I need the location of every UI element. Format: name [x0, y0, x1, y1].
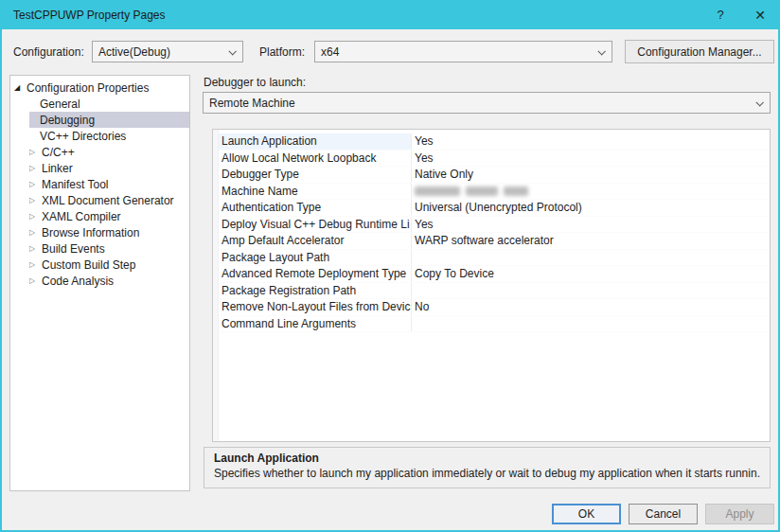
property-row-allow-local-network-loopback[interactable]: Allow Local Network LoopbackYes	[219, 151, 770, 168]
description-panel: Launch Application Specifies whether to …	[204, 447, 771, 488]
property-row-package-registration-path[interactable]: Package Registration Path	[219, 283, 770, 300]
collapsed-arrow-icon[interactable]: ▷	[29, 228, 42, 237]
configuration-dropdown[interactable]: Active(Debug)	[92, 41, 243, 62]
property-value[interactable]: WARP software accelerator	[412, 233, 770, 249]
property-value[interactable]: Universal (Unencrypted Protocol)	[412, 200, 770, 216]
tree-item-configuration-properties[interactable]: ◢Configuration Properties	[10, 80, 189, 96]
property-name[interactable]: Amp Default Accelerator	[219, 233, 412, 249]
ok-button-label: OK	[578, 507, 594, 521]
tree-item-manifest-tool[interactable]: ▷Manifest Tool	[10, 176, 189, 192]
property-row-amp-default-accelerator[interactable]: Amp Default AcceleratorWARP software acc…	[219, 233, 770, 250]
tree-item-content: ▷Manifest Tool	[29, 176, 189, 192]
tree-item-label: XML Document Generator	[42, 194, 174, 207]
tree-item-label: Browse Information	[42, 226, 139, 239]
property-value[interactable]: Native Only	[412, 167, 770, 183]
config-tree: ◢Configuration PropertiesGeneralDebuggin…	[9, 75, 190, 491]
property-value[interactable]: Copy To Device	[412, 266, 770, 282]
collapsed-arrow-icon[interactable]: ▷	[29, 244, 42, 253]
property-name[interactable]: Launch Application	[219, 133, 412, 150]
tree-item-content: ▷Browse Information	[29, 224, 189, 240]
collapsed-arrow-icon[interactable]: ▷	[29, 260, 42, 269]
tree-item-content: ▷Custom Build Step	[29, 257, 189, 273]
collapsed-arrow-icon[interactable]: ▷	[29, 180, 42, 188]
collapsed-arrow-icon[interactable]: ▷	[29, 196, 42, 204]
property-value[interactable]: Yes	[412, 133, 770, 150]
tree-item-code-analysis[interactable]: ▷Code Analysis	[10, 273, 189, 289]
tree-item-general[interactable]: General	[10, 96, 189, 112]
close-icon: ✕	[754, 8, 766, 23]
tree-item-label: VC++ Directories	[40, 130, 126, 143]
tree-item-label: Manifest Tool	[42, 178, 108, 191]
property-value[interactable]: No	[412, 299, 770, 315]
property-grid-rows: Launch ApplicationYesAllow Local Network…	[213, 133, 770, 332]
tree-item-c-c[interactable]: ▷C/C++	[10, 144, 189, 160]
property-row-package-layout-path[interactable]: Package Layout Path	[219, 250, 770, 267]
property-name[interactable]: Remove Non-Layout Files from Devic	[219, 299, 412, 315]
property-name[interactable]: Command Line Arguments	[219, 316, 412, 332]
apply-button-label: Apply	[725, 507, 753, 521]
property-name[interactable]: Machine Name	[219, 184, 412, 200]
window-title: TestCPPUWP Property Pages	[0, 9, 166, 22]
property-row-launch-application[interactable]: Launch ApplicationYes	[219, 133, 770, 151]
tree-item-content: VC++ Directories	[29, 128, 189, 144]
tree-item-content: ▷XML Document Generator	[29, 192, 189, 208]
tree-item-linker[interactable]: ▷Linker	[10, 160, 189, 176]
platform-dropdown[interactable]: x64	[314, 41, 612, 62]
property-row-machine-name[interactable]: Machine Name	[219, 184, 770, 201]
titlebar[interactable]: TestCPPUWP Property Pages ? ✕	[0, 0, 780, 29]
tree-item-label: Debugging	[40, 114, 95, 127]
property-row-remove-non-layout-files-from-devic[interactable]: Remove Non-Layout Files from DevicNo	[219, 299, 770, 316]
chevron-down-icon	[228, 47, 236, 55]
tree-item-content: ▷XAML Compiler	[29, 208, 189, 224]
property-name[interactable]: Advanced Remote Deployment Type	[219, 266, 412, 282]
property-row-command-line-arguments[interactable]: Command Line Arguments	[219, 316, 770, 333]
tree-item-label: Code Analysis	[42, 275, 114, 288]
tree-item-label: Linker	[42, 162, 73, 175]
property-value[interactable]	[412, 250, 770, 266]
tree-item-xml-document-generator[interactable]: ▷XML Document Generator	[10, 192, 189, 208]
expanded-arrow-icon[interactable]: ◢	[14, 83, 27, 92]
property-name[interactable]: Package Registration Path	[219, 283, 412, 299]
property-row-authentication-type[interactable]: Authentication TypeUniversal (Unencrypte…	[219, 200, 770, 217]
collapsed-arrow-icon[interactable]: ▷	[29, 148, 42, 156]
tree-item-custom-build-step[interactable]: ▷Custom Build Step	[10, 257, 189, 273]
property-value[interactable]	[412, 283, 770, 299]
property-name[interactable]: Allow Local Network Loopback	[219, 151, 412, 167]
help-icon: ?	[717, 8, 723, 22]
ok-button[interactable]: OK	[552, 504, 621, 524]
collapsed-arrow-icon[interactable]: ▷	[29, 276, 42, 285]
debugger-dropdown[interactable]: Remote Machine	[203, 92, 771, 114]
property-grid-gutter	[213, 130, 219, 441]
cancel-button[interactable]: Cancel	[629, 504, 698, 524]
property-value[interactable]: Yes	[412, 151, 770, 167]
tree-item-xaml-compiler[interactable]: ▷XAML Compiler	[10, 208, 189, 224]
tree-item-label: XAML Compiler	[42, 210, 121, 223]
property-name[interactable]: Authentication Type	[219, 200, 412, 216]
tree-item-label: General	[40, 98, 80, 111]
property-row-deploy-visual-c-debug-runtime-li[interactable]: Deploy Visual C++ Debug Runtime LiYes	[219, 217, 770, 234]
tree-item-vc-directories[interactable]: VC++ Directories	[10, 128, 189, 144]
description-title: Launch Application	[214, 452, 760, 465]
tree-item-label: Configuration Properties	[27, 81, 149, 95]
property-value[interactable]	[412, 316, 770, 332]
collapsed-arrow-icon[interactable]: ▷	[29, 212, 42, 221]
close-button[interactable]: ✕	[740, 0, 780, 29]
configuration-manager-label: Configuration Manager...	[637, 45, 761, 59]
property-value[interactable]	[412, 184, 770, 200]
collapsed-arrow-icon[interactable]: ▷	[29, 164, 42, 172]
property-value[interactable]: Yes	[412, 217, 770, 233]
property-name[interactable]: Package Layout Path	[219, 250, 412, 266]
property-row-advanced-remote-deployment-type[interactable]: Advanced Remote Deployment TypeCopy To D…	[219, 266, 770, 283]
platform-dropdown-value: x64	[321, 45, 339, 59]
tree-item-build-events[interactable]: ▷Build Events	[10, 240, 189, 257]
tree-item-content: ▷C/C++	[29, 144, 189, 160]
property-name[interactable]: Debugger Type	[219, 167, 412, 183]
tree-item-browse-information[interactable]: ▷Browse Information	[10, 224, 189, 240]
property-row-debugger-type[interactable]: Debugger TypeNative Only	[219, 167, 770, 184]
tree-item-debugging[interactable]: Debugging	[10, 112, 189, 128]
property-name[interactable]: Deploy Visual C++ Debug Runtime Li	[219, 217, 412, 233]
tree-item-content: ▷Code Analysis	[29, 273, 189, 289]
configuration-manager-button[interactable]: Configuration Manager...	[625, 40, 774, 63]
help-button[interactable]: ?	[700, 0, 740, 29]
tree-item-label: C/C++	[42, 146, 75, 159]
